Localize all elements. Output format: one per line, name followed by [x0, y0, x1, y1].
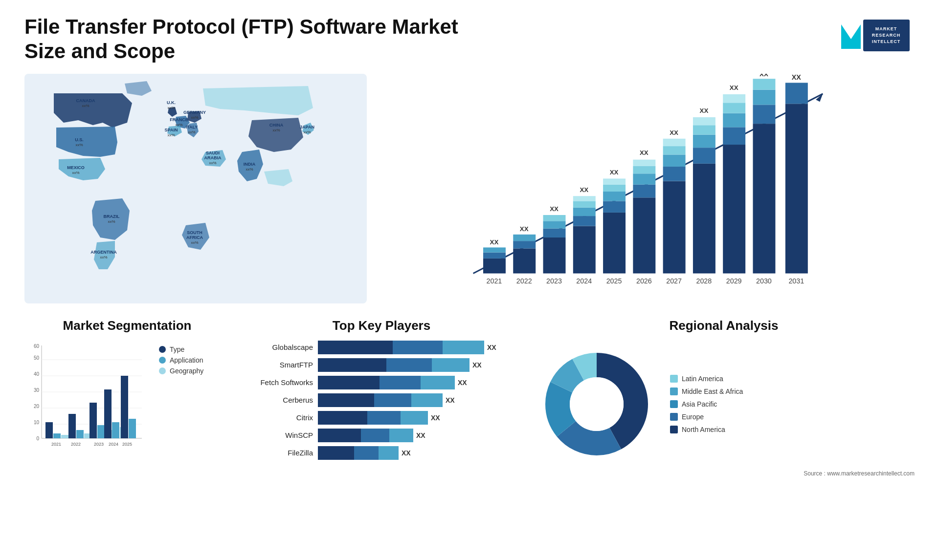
legend-europe-label: Europe: [682, 413, 704, 421]
svg-text:xx%: xx%: [246, 167, 253, 172]
player-row: Cerberus XX: [245, 393, 518, 407]
player-bar: [318, 376, 455, 389]
bottom-content: Market Segmentation 0 10 20 30 40 50 60: [24, 318, 915, 504]
svg-text:2021: 2021: [487, 277, 502, 285]
svg-rect-73: [633, 166, 655, 173]
svg-text:ARABIA: ARABIA: [204, 155, 222, 160]
svg-rect-93: [723, 113, 745, 127]
player-value: XX: [458, 379, 467, 387]
svg-text:2022: 2022: [71, 442, 81, 447]
svg-rect-122: [45, 422, 53, 438]
svg-rect-123: [53, 433, 61, 438]
growth-bar-chart: XX 2021 XX 2022 XX 2023: [381, 74, 915, 308]
svg-text:SOUTH: SOUTH: [187, 230, 202, 235]
svg-rect-59: [573, 201, 596, 207]
svg-rect-139: [121, 376, 128, 438]
svg-rect-101: [753, 79, 775, 89]
svg-text:XX: XX: [490, 238, 499, 246]
svg-text:ARGENTINA: ARGENTINA: [90, 250, 117, 255]
svg-marker-0: [841, 24, 861, 49]
svg-rect-91: [723, 145, 745, 273]
player-value: XX: [402, 449, 411, 457]
svg-text:30: 30: [34, 388, 40, 393]
legend-latin-america-label: Latin America: [682, 375, 723, 383]
player-name: WinSCP: [245, 431, 313, 439]
svg-rect-77: [663, 181, 686, 273]
svg-text:2023: 2023: [94, 442, 104, 447]
segmentation-chart: 0 10 20 30 40 50 60: [24, 341, 147, 458]
svg-text:xx%: xx%: [175, 123, 182, 127]
svg-rect-67: [603, 178, 626, 184]
svg-rect-140: [129, 419, 136, 438]
legend-latin-america: Latin America: [670, 375, 743, 383]
svg-text:xx%: xx%: [75, 143, 83, 147]
svg-text:2025: 2025: [606, 277, 622, 285]
svg-rect-92: [723, 127, 745, 145]
svg-rect-60: [573, 196, 596, 201]
svg-text:2025: 2025: [122, 442, 132, 447]
svg-text:2026: 2026: [636, 277, 652, 285]
svg-rect-51: [543, 228, 566, 237]
svg-text:2030: 2030: [756, 277, 772, 285]
svg-text:xx%: xx%: [167, 106, 175, 110]
legend-europe-color: [670, 413, 678, 421]
svg-rect-50: [543, 237, 566, 274]
legend-middle-east-africa: Middle East & Africa: [670, 388, 743, 395]
player-bar-container: XX: [318, 341, 518, 354]
donut-legend: Latin America Middle East & Africa Asia …: [670, 375, 743, 433]
svg-rect-40: [483, 258, 506, 274]
player-row: SmartFTP XX: [245, 358, 518, 372]
svg-text:CHINA: CHINA: [269, 123, 284, 128]
svg-text:20: 20: [34, 404, 40, 409]
svg-rect-124: [61, 435, 68, 438]
svg-rect-80: [663, 146, 686, 154]
player-bar-container: XX: [318, 446, 518, 460]
player-row: FileZilla XX: [245, 446, 518, 460]
svg-rect-126: [68, 414, 76, 438]
svg-rect-71: [633, 185, 655, 198]
svg-rect-135: [112, 422, 119, 438]
svg-rect-94: [723, 103, 745, 113]
player-bar-container: XX: [318, 411, 518, 425]
world-map: CANADA xx% U.S. xx% MEXICO xx% BRAZIL xx…: [24, 74, 367, 303]
svg-rect-88: [693, 117, 715, 125]
player-name: SmartFTP: [245, 361, 313, 369]
player-value: XX: [431, 414, 440, 422]
player-bar-container: XX: [318, 393, 518, 407]
svg-rect-52: [543, 221, 566, 228]
svg-rect-104: [785, 104, 808, 273]
svg-rect-87: [693, 125, 715, 134]
player-bar: [318, 393, 443, 407]
svg-text:BRAZIL: BRAZIL: [104, 214, 120, 219]
svg-text:xx%: xx%: [191, 115, 198, 120]
svg-rect-64: [603, 201, 626, 212]
player-value: XX: [446, 396, 455, 404]
player-bar: [318, 429, 413, 442]
svg-text:2024: 2024: [576, 277, 592, 285]
svg-rect-98: [753, 124, 775, 273]
map-section: CANADA xx% U.S. xx% MEXICO xx% BRAZIL xx…: [24, 74, 367, 308]
legend-mea-label: Middle East & Africa: [682, 388, 743, 395]
player-value: XX: [487, 344, 496, 351]
segmentation-section: Market Segmentation 0 10 20 30 40 50 60: [24, 318, 230, 504]
logo-area: MARKET RESEARCH INTELLECT: [836, 15, 915, 54]
svg-rect-78: [663, 167, 686, 181]
legend-na-label: North America: [682, 426, 725, 433]
svg-rect-42: [483, 247, 506, 252]
svg-text:U.K.: U.K.: [167, 100, 176, 105]
player-name: Fetch Softworks: [245, 378, 313, 387]
legend-geo-label: Geography: [170, 367, 203, 375]
player-name: FileZilla: [245, 449, 313, 457]
svg-text:40: 40: [34, 371, 40, 377]
svg-rect-66: [603, 185, 626, 192]
legend-app-dot: [159, 357, 166, 364]
source-text: Source : www.marketresearchintellect.com: [533, 470, 915, 477]
svg-rect-99: [753, 105, 775, 124]
page-title: File Transfer Protocol (FTP) Software Ma…: [24, 15, 465, 64]
svg-rect-105: [785, 83, 808, 104]
svg-text:XX: XX: [760, 74, 768, 78]
svg-text:XX: XX: [610, 169, 619, 176]
legend-app-label: Application: [170, 356, 203, 364]
svg-text:xx%: xx%: [72, 171, 79, 175]
svg-text:xx%: xx%: [100, 255, 107, 259]
